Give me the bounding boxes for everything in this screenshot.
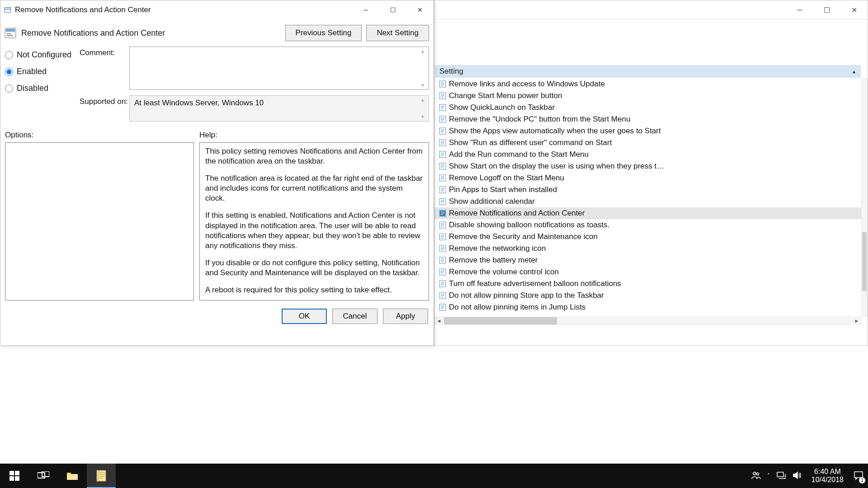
- svg-rect-25: [6, 33, 15, 37]
- list-item-label: Show QuickLaunch on Taskbar: [449, 103, 555, 112]
- radio-disabled[interactable]: Disabled: [5, 84, 80, 93]
- clock-date: 10/4/2018: [811, 476, 844, 484]
- volume-icon[interactable]: [793, 471, 802, 481]
- start-button[interactable]: [0, 464, 29, 488]
- radio-label: Enabled: [17, 67, 47, 76]
- list-item-label: Remove the volume control icon: [449, 267, 559, 277]
- cancel-button[interactable]: Cancel: [332, 309, 377, 324]
- svg-point-37: [756, 473, 759, 475]
- bg-close-button[interactable]: ✕: [840, 0, 868, 19]
- list-item[interactable]: Remove Notifications and Action Center: [434, 207, 861, 219]
- bg-maximize-button[interactable]: ☐: [813, 0, 840, 19]
- vertical-scrollbar[interactable]: [861, 78, 868, 317]
- radio-enabled-input[interactable]: [5, 68, 13, 76]
- supported-on-text: At least Windows Server, Windows 10: [134, 99, 264, 107]
- list-item-label: Remove the "Undock PC" button from the S…: [449, 115, 630, 124]
- network-icon[interactable]: [776, 471, 786, 481]
- list-item[interactable]: Remove Logoff on the Start Menu: [434, 172, 861, 184]
- horizontal-scrollbar[interactable]: ◄ ►: [434, 317, 861, 325]
- svg-rect-21: [5, 8, 10, 9]
- minimize-button[interactable]: ─: [352, 0, 379, 19]
- list-item[interactable]: Show QuickLaunch on Taskbar: [434, 102, 861, 113]
- action-center-icon[interactable]: 1: [854, 470, 863, 482]
- policy-item-icon: [439, 151, 446, 158]
- list-item[interactable]: Change Start Menu power button: [434, 90, 861, 102]
- window-title: Remove Notifications and Action Center: [15, 5, 151, 14]
- radio-not-configured[interactable]: Not Configured: [5, 50, 80, 60]
- policy-item-icon: [439, 257, 446, 264]
- list-item[interactable]: Add the Run command to the Start Menu: [434, 149, 861, 160]
- policy-item-icon: [439, 139, 446, 146]
- svg-rect-27: [7, 35, 13, 36]
- scrollbar-thumb[interactable]: [862, 232, 867, 291]
- list-item-label: Remove Notifications and Action Center: [449, 209, 585, 218]
- bg-minimize-button[interactable]: ─: [786, 0, 813, 19]
- next-setting-button[interactable]: Next Setting: [366, 25, 429, 41]
- task-view-button[interactable]: [29, 464, 58, 488]
- list-item-label: Change Start Menu power button: [449, 91, 562, 100]
- supported-on-label: Supported on:: [80, 95, 129, 106]
- chevron-down-icon: ▼: [420, 83, 429, 88]
- titlebar[interactable]: Remove Notifications and Action Center ─…: [0, 0, 434, 19]
- help-text: A reboot is required for this policy set…: [205, 285, 423, 295]
- previous-setting-button[interactable]: Previous Setting: [285, 25, 362, 41]
- list-item[interactable]: Do not allow pinning Store app to the Ta…: [434, 290, 861, 301]
- list-item[interactable]: Remove the "Undock PC" button from the S…: [434, 113, 861, 125]
- list-item[interactable]: Remove the volume control icon: [434, 266, 861, 278]
- gpedit-taskbar[interactable]: [87, 464, 116, 488]
- svg-rect-39: [854, 472, 863, 478]
- svg-rect-26: [7, 33, 11, 34]
- help-text: If this setting is enabled, Notification…: [205, 211, 423, 250]
- list-item[interactable]: Show "Run as different user" command on …: [434, 137, 861, 149]
- policy-item-icon: [439, 92, 446, 99]
- scrollbar-thumb[interactable]: [444, 317, 557, 324]
- list-item-label: Show "Run as different user" command on …: [449, 138, 612, 147]
- policy-item-icon: [439, 280, 446, 287]
- list-item[interactable]: Show Start on the display the user is us…: [434, 160, 861, 172]
- people-icon[interactable]: [751, 470, 761, 482]
- apply-button[interactable]: Apply: [383, 309, 428, 324]
- taskbar-clock[interactable]: 6:40 AM 10/4/2018: [808, 468, 847, 484]
- chevron-down-icon: ▼: [420, 114, 429, 119]
- svg-rect-34: [67, 475, 78, 480]
- comment-textarea[interactable]: ▲▼: [129, 47, 429, 90]
- column-header-setting[interactable]: Setting ▲: [434, 65, 861, 78]
- policy-setting-dialog: Remove Notifications and Action Center ─…: [0, 0, 434, 346]
- list-item[interactable]: Show the Apps view automatically when th…: [434, 125, 861, 137]
- list-item[interactable]: Remove the Security and Maintenance icon: [434, 231, 861, 243]
- list-item[interactable]: Pin Apps to Start when installed: [434, 184, 861, 196]
- list-item[interactable]: Remove the battery meter: [434, 254, 861, 266]
- radio-disabled-input[interactable]: [5, 84, 13, 93]
- list-item[interactable]: Remove links and access to Windows Updat…: [434, 78, 861, 90]
- file-explorer-taskbar[interactable]: [58, 464, 87, 488]
- scroll-right-icon[interactable]: ►: [853, 317, 861, 324]
- policy-item-icon: [439, 80, 446, 88]
- list-item-label: Show the Apps view automatically when th…: [449, 127, 661, 136]
- svg-rect-29: [15, 471, 19, 475]
- policy-item-icon: [439, 198, 446, 205]
- help-pane[interactable]: This policy setting removes Notification…: [199, 142, 429, 300]
- close-button[interactable]: ✕: [406, 0, 434, 19]
- list-item[interactable]: Remove the networking icon: [434, 243, 861, 254]
- tray-chevron-up-icon[interactable]: ˄: [767, 473, 770, 479]
- list-item[interactable]: Disable showing balloon notifications as…: [434, 219, 861, 231]
- radio-not-configured-input[interactable]: [5, 51, 13, 59]
- list-item[interactable]: Show additional calendar: [434, 196, 861, 207]
- list-item-label: Show additional calendar: [449, 197, 535, 206]
- gpedit-background-window: ─ ☐ ✕ Setting ▲ Remove links and access …: [434, 0, 868, 346]
- policy-item-icon: [439, 292, 446, 299]
- list-item-label: Turn off feature advertisement balloon n…: [449, 279, 621, 288]
- svg-rect-31: [15, 476, 19, 481]
- list-item[interactable]: Do not allow pinning items in Jump Lists: [434, 301, 861, 313]
- ok-button[interactable]: OK: [282, 309, 327, 324]
- policy-icon: [4, 6, 11, 14]
- policy-settings-list[interactable]: Remove links and access to Windows Updat…: [434, 78, 861, 317]
- scroll-left-icon[interactable]: ◄: [435, 317, 443, 324]
- svg-rect-38: [777, 472, 783, 477]
- help-text: If you disable or do not configure this …: [205, 258, 423, 278]
- list-item[interactable]: Turn off feature advertisement balloon n…: [434, 278, 861, 290]
- radio-label: Not Configured: [17, 50, 71, 60]
- chevron-up-icon: ▲: [420, 49, 429, 54]
- maximize-button[interactable]: ☐: [379, 0, 406, 19]
- radio-enabled[interactable]: Enabled: [5, 67, 80, 76]
